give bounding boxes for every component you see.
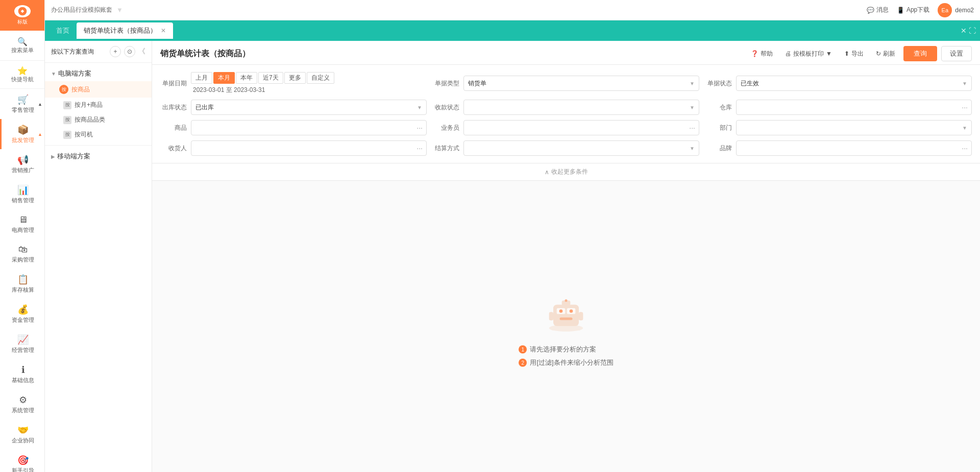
department-field: 部门 ▼ (705, 120, 972, 135)
receipt-status-field: 收款状态 ▼ (433, 100, 699, 115)
by-product-icon: 按 (59, 85, 68, 94)
sidebar-item-purchase[interactable]: 🛍 采购管理 (0, 239, 44, 269)
date-range-display: 2023-03-01 至 2023-03-31 (193, 86, 427, 95)
date-btn-this-year[interactable]: 本年 (236, 72, 257, 84)
date-btn-7days[interactable]: 近7天 (258, 72, 283, 84)
empty-illustration (541, 286, 592, 337)
filter-row-1: 单据日期 上月 本月 本年 近7天 更多 自定义 2023-03-01 至 20… (160, 72, 972, 95)
system-icon: ⚙ (19, 394, 27, 406)
quick-nav-button[interactable]: ⭐ 快捷导航 (3, 64, 42, 85)
sales-label: 销售管理 (12, 197, 34, 204)
collapse-more-bar[interactable]: ∧ 收起更多条件 (152, 163, 980, 181)
recipient-input[interactable] (191, 140, 427, 156)
help-button[interactable]: ❓ 帮助 (747, 48, 777, 60)
query-button[interactable]: 查询 (903, 46, 937, 61)
tab-bar: 首页 销货单统计表（按商品） ✕ ✕ ⛶ (45, 20, 980, 41)
collapse-panel-button[interactable]: 《 (138, 47, 145, 56)
type-value[interactable]: 销货单 ▼ (463, 76, 699, 91)
tab-report[interactable]: 销货单统计表（按商品） ✕ (77, 22, 173, 39)
desktop-expand-icon: ▼ (51, 71, 56, 77)
message-button[interactable]: 💬 消息 (867, 6, 889, 14)
status-caret-icon: ▼ (962, 81, 967, 86)
out-status-caret-icon: ▼ (417, 105, 422, 110)
user-menu[interactable]: Ea demo2 (938, 3, 974, 17)
close-window-icon[interactable]: ✕ (961, 27, 967, 35)
tab-close-icon[interactable]: ✕ (161, 27, 166, 34)
settlement-value[interactable]: ▼ (463, 140, 699, 156)
salesperson-dots-icon[interactable]: ··· (689, 124, 695, 132)
tab-home[interactable]: 首页 (49, 22, 77, 39)
scheme-sub-by-month-product[interactable]: 按 按月+商品 (45, 98, 152, 112)
out-status-label: 出库状态 (160, 103, 187, 112)
app-download-button[interactable]: 📱 App下载 (897, 6, 929, 14)
marketing-icon: 📢 (17, 154, 29, 166)
date-btn-last-month[interactable]: 上月 (191, 72, 212, 84)
sidebar-item-retail[interactable]: 🛒 零售管理 ▲ (0, 89, 44, 119)
export-button[interactable]: ⬆ 导出 (840, 48, 868, 60)
operations-label: 经营管理 (12, 346, 34, 354)
date-btn-more[interactable]: 更多 (284, 72, 306, 84)
sidebar-item-enterprise[interactable]: 🤝 企业协同 (0, 419, 44, 450)
scheme-sub-by-category[interactable]: 按 按商品品类 (45, 112, 152, 127)
logo-icon (14, 5, 31, 17)
sidebar-item-system[interactable]: ⚙ 系统管理 (0, 389, 44, 419)
receipt-status-label: 收款状态 (433, 103, 459, 112)
collapse-label: 收起更多条件 (551, 168, 588, 176)
sales-icon: 📊 (17, 184, 29, 196)
sidebar-item-operations[interactable]: 📈 经营管理 (0, 329, 44, 359)
sidebar-item-wholesale[interactable]: 📦 批发管理 ▲ (0, 119, 44, 149)
salesperson-input[interactable] (463, 120, 699, 135)
warehouse-input[interactable] (736, 100, 972, 115)
settings-button[interactable]: 设置 (941, 46, 972, 61)
warehouse-dots-icon[interactable]: ··· (962, 103, 968, 111)
avatar: Ea (938, 3, 952, 17)
department-value[interactable]: ▼ (736, 120, 972, 135)
refresh-button[interactable]: ↻ 刷新 (872, 48, 899, 60)
by-product-label: 按商品 (71, 85, 90, 94)
scheme-sub-by-printer[interactable]: 按 按司机 (45, 127, 152, 142)
brand-dots-icon[interactable]: ··· (962, 144, 968, 152)
tip-num-2: 2 (519, 359, 527, 367)
filter-row-3: 商品 ··· 业务员 ··· 部门 (160, 120, 972, 135)
sidebar-item-sales[interactable]: 📊 销售管理 (0, 179, 44, 209)
purchase-label: 采购管理 (12, 256, 34, 264)
content-area: 按以下方案查询 + ⊙ 《 ▼ 电脑端方案 按 按商品 按 (45, 41, 980, 472)
maximize-icon[interactable]: ⛶ (969, 27, 976, 35)
sidebar-item-finance[interactable]: 💰 资金管理 (0, 299, 44, 329)
product-dots-icon[interactable]: ··· (416, 124, 423, 132)
date-btn-custom[interactable]: 自定义 (307, 72, 334, 84)
receipt-status-value[interactable]: ▼ (463, 100, 699, 115)
out-status-value[interactable]: 已出库 ▼ (191, 100, 427, 115)
search-menu-button[interactable]: 🔍 搜索菜单 (3, 35, 42, 56)
recipient-dots-icon[interactable]: ··· (416, 144, 423, 152)
edit-scheme-button[interactable]: ⊙ (124, 46, 135, 57)
settlement-field: 结算方式 ▼ (433, 140, 699, 156)
add-scheme-button[interactable]: + (110, 46, 121, 57)
newbie-label: 新手引导 (12, 467, 34, 472)
print-dropdown-icon: ▼ (826, 50, 832, 57)
dept-caret-icon: ▼ (962, 125, 967, 131)
sidebar-item-inventory[interactable]: 📋 库存核算 (0, 269, 44, 299)
retail-icon: 🛒 (17, 94, 29, 105)
brand-input[interactable] (736, 140, 972, 156)
sidebar: 标版 🔍 搜索菜单 ⭐ 快捷导航 🛒 零售管理 ▲ 📦 批发管理 ▲ 📢 营销推… (0, 0, 45, 472)
user-name: demo2 (955, 7, 974, 14)
warehouse-label: 仓库 (705, 103, 732, 112)
status-value[interactable]: 已生效 ▼ (736, 76, 972, 91)
enterprise-label: 企业协同 (12, 437, 34, 444)
date-filter-label: 单据日期 (160, 79, 187, 88)
sidebar-item-marketing[interactable]: 📢 营销推广 (0, 149, 44, 179)
logo-tagline: 标版 (17, 18, 28, 26)
mobile-scheme-header[interactable]: ▶ 移动端方案 (45, 149, 152, 164)
template-print-button[interactable]: 🖨 按模板打印 ▼ (781, 48, 836, 60)
date-btn-this-month[interactable]: 本月 (213, 72, 235, 84)
help-icon: ❓ (751, 50, 758, 57)
page-title: 销货单统计表（按商品） (160, 49, 250, 59)
sidebar-item-newbie[interactable]: 🎯 新手引导 (0, 450, 44, 472)
sidebar-item-ecommerce[interactable]: 🖥 电商管理 (0, 209, 44, 239)
message-label: 消息 (876, 6, 889, 14)
product-input[interactable] (191, 120, 427, 135)
sidebar-item-basic[interactable]: ℹ 基础信息 (0, 359, 44, 389)
desktop-scheme-header[interactable]: ▼ 电脑端方案 (45, 66, 152, 81)
scheme-item-by-product[interactable]: 按 按商品 (45, 81, 152, 98)
